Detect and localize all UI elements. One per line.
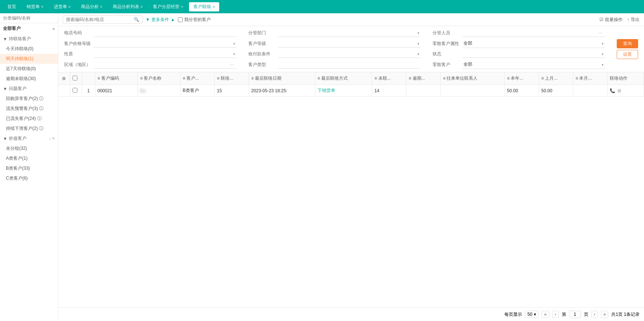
pagination: 每页显示 50 ▾ « ‹ 第 页 › » 共1页 1条记录	[58, 307, 644, 321]
price-level-select[interactable]	[94, 40, 237, 48]
phone-input[interactable]	[94, 29, 237, 37]
chevron-up-icon: ▲	[171, 17, 175, 22]
sidebar-item-overdue-contact[interactable]: 逾期未联络(30)	[0, 74, 58, 84]
my-customers-check[interactable]	[178, 17, 183, 22]
select-all-checkbox[interactable]	[73, 76, 77, 80]
page-word: 第	[562, 311, 566, 318]
next-page-btn[interactable]: ›	[591, 311, 598, 318]
last-page-btn[interactable]: »	[601, 311, 609, 318]
region-ellipsis[interactable]: ···	[228, 62, 235, 67]
query-button[interactable]: 查询	[617, 39, 638, 48]
sidebar-item-ungrouped[interactable]: 未分组(32)	[0, 144, 58, 153]
filter-bar: 🔍 ▼ 更多条件 ▲ 我分管的客户 ☑ 批量操作 ↑ 导出	[58, 13, 644, 26]
export-btn[interactable]: ↑ 导出	[627, 17, 640, 23]
nav-close-product-analysis-list[interactable]: ×	[141, 5, 143, 9]
main-search-input[interactable]	[66, 17, 132, 22]
nav-close-product-analysis[interactable]: ×	[100, 5, 102, 9]
sidebar-item-c-class[interactable]: C类客户(6)	[0, 173, 58, 183]
col-last-month: ≡ 上月...	[539, 72, 573, 85]
dept-chevron	[417, 30, 419, 35]
col-overdue: ≡ 逾期...	[406, 72, 441, 85]
nav-product-analysis[interactable]: 商品分析 ×	[77, 2, 107, 11]
nature-select[interactable]	[94, 50, 237, 58]
batch-op-btn[interactable]: ☑ 批量操作	[599, 17, 623, 23]
sidebar-item-tomorrow-contact[interactable]: 明天待联络(1)	[0, 54, 58, 64]
customer-level-chevron	[417, 41, 419, 46]
region-label: 区域（地区）	[64, 62, 94, 68]
nav-close-sales-order[interactable]: ×	[41, 5, 43, 9]
filter-region: 区域（地区） ···	[64, 61, 237, 69]
my-customers-checkbox[interactable]: 我分管的客户	[178, 17, 211, 23]
sidebar-item-churn-warning[interactable]: 流失预警客户(3) ⓘ	[0, 104, 58, 114]
scatter-customer-label: 零散客户	[433, 62, 462, 68]
price-level-label: 客户价格等级	[64, 41, 94, 47]
set-button[interactable]: 设置	[617, 50, 638, 59]
sidebar-item-abnormal-repurchase[interactable]: 回购异常客户(2) ⓘ	[0, 94, 58, 104]
content-area: 🔍 ▼ 更多条件 ▲ 我分管的客户 ☑ 批量操作 ↑ 导出	[58, 13, 644, 321]
nav-close-purchase-order[interactable]: ×	[69, 5, 71, 9]
customer-level-select[interactable]	[278, 40, 421, 48]
sidebar-search-input[interactable]	[3, 15, 58, 21]
nav-close-customer-contact[interactable]: ×	[213, 5, 215, 9]
col-code: ≡ 客户编码	[95, 72, 138, 85]
payment-terms-chevron	[417, 51, 419, 56]
cell-num: 1	[82, 85, 95, 97]
table-row: 1 000021 Ea B类客户 15 2023-05-23 18:25: 下销…	[58, 85, 644, 97]
main-search-icon[interactable]: 🔍	[134, 17, 139, 22]
action-grid-icon[interactable]: ⊞	[617, 88, 621, 93]
first-page-btn[interactable]: «	[542, 311, 549, 318]
nav-purchase-order[interactable]: 进货单 ×	[49, 2, 75, 11]
sidebar-group-problem-customers[interactable]: ▼ 问题客户	[0, 84, 58, 94]
page-input[interactable]	[569, 311, 581, 318]
scatter-customer-select[interactable]: 全部	[462, 60, 605, 69]
nav-customer-contact[interactable]: 客户联络 ×	[189, 2, 219, 11]
filter-customer-level: 客户等级	[248, 40, 421, 48]
dept-select[interactable]	[278, 29, 421, 37]
col-settings[interactable]: ⚙	[58, 72, 70, 85]
action-phone-icon[interactable]: 📞	[610, 88, 615, 93]
sidebar-all-customers[interactable]: 全部客户 «	[0, 23, 58, 34]
cell-contact: 15	[214, 85, 249, 97]
filter-person: 分管人员 ···	[433, 29, 605, 37]
last-contact-link[interactable]: 下销货单	[318, 88, 335, 93]
scatter-attr-chevron	[602, 41, 603, 46]
sidebar-item-a-class[interactable]: A类客户(1)	[0, 153, 58, 163]
sidebar-item-b-class[interactable]: B类客户(33)	[0, 163, 58, 173]
filter-customer-type: 客户类型	[248, 61, 421, 69]
nav-customer-segmentation[interactable]: 客户分层经营 ×	[148, 2, 188, 11]
sidebar-group-value-customers[interactable]: ▼ 价值客户 ○ ✎	[0, 134, 58, 144]
col-checkbox[interactable]	[70, 72, 82, 85]
col-contact: ≡ 联络...	[214, 72, 249, 85]
cell-checkbox[interactable]	[70, 85, 82, 97]
value-arrow: ▼	[3, 136, 7, 141]
sidebar-group-pending-contact[interactable]: ▼ 待联络客户	[0, 34, 58, 44]
nav-home[interactable]: 首页	[3, 2, 21, 11]
sidebar-item-churned[interactable]: 已流失客户(24) ⓘ	[0, 114, 58, 124]
person-ellipsis[interactable]: ···	[597, 30, 603, 35]
col-this-year: ≡ 本年...	[505, 72, 539, 85]
scatter-attr-select[interactable]: 全部	[462, 39, 605, 48]
more-conditions-btn[interactable]: ▼ 更多条件 ▲	[146, 17, 175, 23]
cell-last-contact-method[interactable]: 下销货单	[315, 85, 372, 97]
nav-close-customer-segmentation[interactable]: ×	[181, 5, 183, 9]
payment-terms-select[interactable]	[278, 50, 421, 58]
col-name: ≡ 客户名称	[138, 72, 181, 85]
page-size-select[interactable]: 50 ▾	[525, 311, 539, 318]
nav-product-analysis-list[interactable]: 商品分析列表 ×	[108, 2, 147, 11]
status-label: 状态	[433, 51, 462, 57]
filter-payment-terms: 收付款条件	[248, 50, 421, 58]
nav-sales-order[interactable]: 销货单 ×	[22, 2, 48, 11]
col-last-contact-date: ≡ 最后联络日期	[249, 72, 315, 85]
phone-label: 电话号码	[64, 30, 94, 36]
sidebar-item-declining[interactable]: 持续下滑客户(2) ⓘ	[0, 124, 58, 134]
problem-arrow: ▼	[3, 86, 7, 92]
filter-row-1: 电话号码 分管部门 分管人员	[64, 29, 605, 37]
row-checkbox[interactable]	[73, 88, 77, 93]
prev-page-btn[interactable]: ‹	[552, 311, 559, 318]
cell-unit-contact	[441, 85, 505, 97]
sidebar-item-7days-contact[interactable]: 近7天待联络(0)	[0, 64, 58, 74]
customer-type-input[interactable]	[278, 61, 421, 69]
status-select[interactable]	[462, 50, 605, 58]
sidebar-item-today-contact[interactable]: 今天待联络(0)	[0, 44, 58, 54]
cell-settings	[58, 85, 70, 97]
